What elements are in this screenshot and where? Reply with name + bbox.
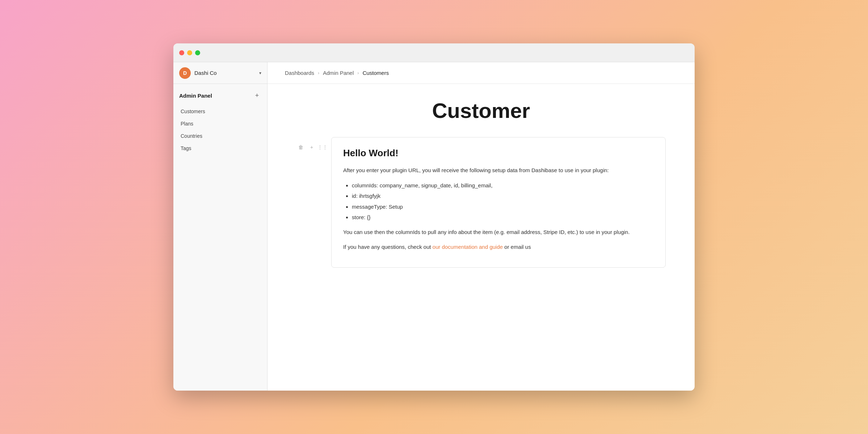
minimize-button[interactable] (187, 50, 192, 55)
breadcrumb-customers[interactable]: Customers (363, 70, 389, 76)
workspace-avatar: D (179, 67, 191, 79)
sidebar-section: Admin Panel + (173, 84, 267, 106)
list-item: id: ihrtsgfyjk (352, 191, 654, 201)
sidebar: D Dashi Co ▾ Admin Panel + Customers Pla… (173, 62, 267, 391)
sidebar-section-title: Admin Panel (179, 93, 212, 99)
sidebar-item-tags[interactable]: Tags (176, 142, 264, 154)
paragraph-3-suffix: or email us (503, 244, 531, 250)
block-paragraph-3: If you have any questions, check out our… (343, 243, 654, 252)
block-heading: Hello World! (343, 148, 654, 159)
paragraph-3-prefix: If you have any questions, check out (343, 244, 433, 250)
titlebar (173, 43, 695, 62)
breadcrumb-dashboards[interactable]: Dashboards (285, 70, 314, 76)
list-item: store: {} (352, 213, 654, 222)
page-title: Customer (296, 98, 666, 123)
add-section-button[interactable]: + (253, 91, 261, 100)
list-item: messageType: Setup (352, 202, 654, 212)
workspace-name: Dashi Co (194, 70, 256, 76)
drag-handle-icon[interactable]: ⋮⋮ (318, 143, 327, 152)
content-block: Hello World! After you enter your plugin… (331, 137, 666, 268)
block-list: columnIds: company_name, signup_date, id… (343, 181, 654, 222)
sidebar-item-countries[interactable]: Countries (176, 130, 264, 142)
add-block-icon[interactable]: + (307, 143, 316, 152)
breadcrumb-admin-panel[interactable]: Admin Panel (323, 70, 354, 76)
block-actions: 🗑 + ⋮⋮ (296, 137, 327, 152)
sidebar-nav: Customers Plans Countries Tags (173, 106, 267, 155)
trash-icon[interactable]: 🗑 (296, 143, 305, 152)
main-layout: D Dashi Co ▾ Admin Panel + Customers Pla… (173, 62, 695, 391)
documentation-link[interactable]: our documentation and guide (433, 244, 503, 250)
workspace-selector[interactable]: D Dashi Co ▾ (173, 62, 267, 84)
app-window: D Dashi Co ▾ Admin Panel + Customers Pla… (173, 43, 695, 391)
block-paragraph-2: You can use then the columnIds to pull a… (343, 228, 654, 237)
maximize-button[interactable] (195, 50, 200, 55)
sidebar-item-customers[interactable]: Customers (176, 106, 264, 117)
list-item: columnIds: company_name, signup_date, id… (352, 181, 654, 190)
traffic-lights (179, 50, 200, 55)
page-content: Customer 🗑 + ⋮⋮ Hello World! After you e… (267, 84, 695, 391)
content-area: Dashboards › Admin Panel › Customers Cus… (267, 62, 695, 391)
sidebar-section-header: Admin Panel + (179, 91, 261, 100)
sidebar-item-plans[interactable]: Plans (176, 118, 264, 129)
breadcrumb-separator-2: › (357, 70, 359, 76)
close-button[interactable] (179, 50, 184, 55)
breadcrumb-separator-1: › (318, 70, 319, 76)
chevron-down-icon: ▾ (259, 71, 261, 76)
breadcrumb: Dashboards › Admin Panel › Customers (267, 62, 695, 84)
content-block-wrapper: 🗑 + ⋮⋮ Hello World! After you enter your… (296, 137, 666, 268)
block-paragraph-1: After you enter your plugin URL, you wil… (343, 166, 654, 175)
